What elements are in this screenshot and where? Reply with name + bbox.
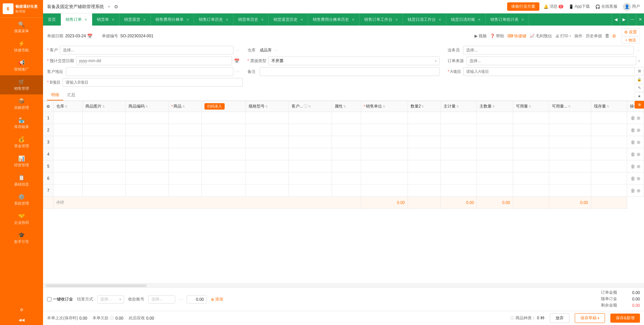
cell-sales-unit[interactable] xyxy=(361,160,408,172)
customer-more-icon[interactable]: ··· xyxy=(236,48,239,52)
notification-button[interactable]: 🔔 消息 9 xyxy=(543,4,563,9)
customer-input[interactable] xyxy=(60,46,233,54)
settings-icon[interactable]: ⚙ xyxy=(114,4,118,9)
cell-product[interactable] xyxy=(168,172,201,185)
tab-expense-history[interactable]: 销售费用分摊单历史 ✕ xyxy=(308,13,359,26)
cell-main-qty[interactable] xyxy=(477,160,513,172)
cell-available[interactable] xyxy=(513,112,549,124)
deposit-amount-input[interactable] xyxy=(187,295,207,303)
info-icon[interactable]: ⓘ xyxy=(304,104,308,109)
cell-spec[interactable] xyxy=(246,136,289,148)
close-tab-reconciliation[interactable]: ✕ xyxy=(478,18,481,22)
cell-main-unit[interactable] xyxy=(441,112,477,124)
tab-cash-workbench[interactable]: 钱货日清工作台 ✕ xyxy=(403,13,446,26)
cell-product-image[interactable] xyxy=(82,112,125,124)
cell-attribute[interactable] xyxy=(332,124,361,136)
cell-main-unit[interactable] xyxy=(441,148,477,160)
right-sidebar-btn-5[interactable]: ⊕ xyxy=(635,101,644,109)
save-draft-button[interactable]: 保存草稿 ▾ xyxy=(575,313,605,323)
print-btn[interactable]: 🖨 打印 ▾ xyxy=(555,33,571,39)
sidebar-item-search[interactable]: 🔍 搜索菜单 xyxy=(0,18,43,37)
cell-main-qty[interactable] xyxy=(477,172,513,185)
tab-order-workbench[interactable]: 销售订单工作台 ✕ xyxy=(359,13,403,26)
cell-stock[interactable] xyxy=(591,160,627,172)
row-delete-button[interactable]: 🗑 xyxy=(631,164,635,169)
cell-attribute[interactable] xyxy=(332,160,361,172)
sidebar-item-finance[interactable]: 💰 资金管理 xyxy=(0,133,43,152)
calendar-icon[interactable]: 📅 xyxy=(87,34,92,39)
history-btn[interactable]: 历史单据 xyxy=(586,33,602,39)
cell-product-code[interactable] xyxy=(125,136,168,148)
payment-method-select[interactable]: 选择... ▾ xyxy=(97,295,124,303)
row-copy-button[interactable]: ⊕ xyxy=(637,152,641,157)
remarks-input[interactable] xyxy=(260,67,440,76)
cell-main-qty[interactable] xyxy=(477,112,513,124)
industry-solution-button[interactable]: 体验行业方案 xyxy=(507,2,539,11)
invoice-type-select[interactable]: 不开票 ▾ xyxy=(268,56,440,65)
cell-stock[interactable] xyxy=(591,124,627,136)
cell-attribute[interactable] xyxy=(332,136,361,148)
tab-home[interactable]: 首页 xyxy=(43,13,61,26)
cell-product[interactable] xyxy=(168,160,201,172)
table-settings-icon[interactable]: ⚙ xyxy=(46,104,50,109)
grid-view-btn[interactable]: ⊞ xyxy=(612,34,616,38)
cell-customer-code[interactable] xyxy=(289,185,332,197)
sidebar-item-purchase[interactable]: 📦 采购管理 xyxy=(0,94,43,114)
cell-available[interactable] xyxy=(513,172,549,185)
close-tab-sales-invoice[interactable]: ✕ xyxy=(112,18,114,22)
right-sidebar-btn-1[interactable]: ⊞ xyxy=(635,67,644,75)
cell-customer-code[interactable] xyxy=(289,124,332,136)
row-delete-button[interactable]: 🗑 xyxy=(631,139,635,145)
cell-product-code[interactable] xyxy=(125,160,168,172)
close-tab-sales-return[interactable]: ✕ xyxy=(143,18,146,22)
cell-customer-code[interactable] xyxy=(289,172,332,185)
cell-available2[interactable] xyxy=(549,160,591,172)
help-btn[interactable]: ❓ 帮助 xyxy=(490,33,504,39)
sort-icon[interactable]: ⇅ xyxy=(308,105,311,108)
cell-scan[interactable] xyxy=(201,160,245,172)
shortcut-btn[interactable]: ⌨ 快捷键 xyxy=(507,33,526,39)
tab-sales-expense[interactable]: 销售费用分摊单 ✕ xyxy=(151,13,194,26)
row-delete-button[interactable]: 🗑 xyxy=(631,127,635,133)
cell-available[interactable] xyxy=(513,124,549,136)
cell-spec[interactable] xyxy=(246,185,289,197)
cell-product-code[interactable] xyxy=(125,124,168,136)
cell-main-unit[interactable] xyxy=(441,136,477,148)
cell-scan[interactable] xyxy=(201,185,245,197)
cell-spec[interactable] xyxy=(246,124,289,136)
close-tab-sales-expense[interactable]: ✕ xyxy=(186,18,189,22)
cell-sales-unit[interactable] xyxy=(361,136,408,148)
cell-qty2[interactable] xyxy=(408,172,441,185)
cell-stock[interactable] xyxy=(591,136,627,148)
cell-product-code[interactable] xyxy=(125,185,168,197)
app-download-button[interactable]: 📱 App下载 xyxy=(569,4,590,9)
row-delete-button[interactable]: 🗑 xyxy=(631,115,635,121)
row-delete-button[interactable]: 🗑 xyxy=(631,188,635,193)
right-sidebar-btn-2[interactable]: 🔒 xyxy=(635,76,644,83)
cell-available[interactable] xyxy=(513,148,549,160)
one-click-deposit-checkbox[interactable]: 一键收订金 xyxy=(47,296,73,302)
row-delete-button[interactable]: 🗑 xyxy=(631,176,635,181)
sidebar-item-sales[interactable]: 🛒 销售管理 xyxy=(0,75,43,94)
cell-stock[interactable] xyxy=(591,185,627,197)
cell-scan[interactable] xyxy=(201,136,245,148)
cell-product[interactable] xyxy=(168,112,201,124)
close-tab-cash-workbench[interactable]: ✕ xyxy=(439,18,441,22)
cell-product-image[interactable] xyxy=(82,160,125,172)
add-material-button[interactable]: + 物流 xyxy=(621,37,640,44)
close-tab-statistics[interactable]: ✕ xyxy=(521,18,524,22)
cell-spec[interactable] xyxy=(246,160,289,172)
order-source-input[interactable] xyxy=(466,56,636,65)
cell-scan[interactable] xyxy=(201,112,245,124)
cell-customer-code[interactable] xyxy=(289,112,332,124)
tab-return-history[interactable]: 销货退货历史 ✕ xyxy=(269,13,308,26)
row-copy-button[interactable]: ⊕ xyxy=(637,115,641,121)
cell-spec[interactable] xyxy=(246,172,289,185)
cell-product-image[interactable] xyxy=(82,148,125,160)
cell-available2[interactable] xyxy=(549,148,591,160)
cell-sales-unit[interactable] xyxy=(361,185,408,197)
cell-qty2[interactable] xyxy=(408,160,441,172)
tab-sales-order[interactable]: 销售订单 ✕ xyxy=(61,13,92,26)
cell-attribute[interactable] xyxy=(332,185,361,197)
cell-main-unit[interactable] xyxy=(441,185,477,197)
